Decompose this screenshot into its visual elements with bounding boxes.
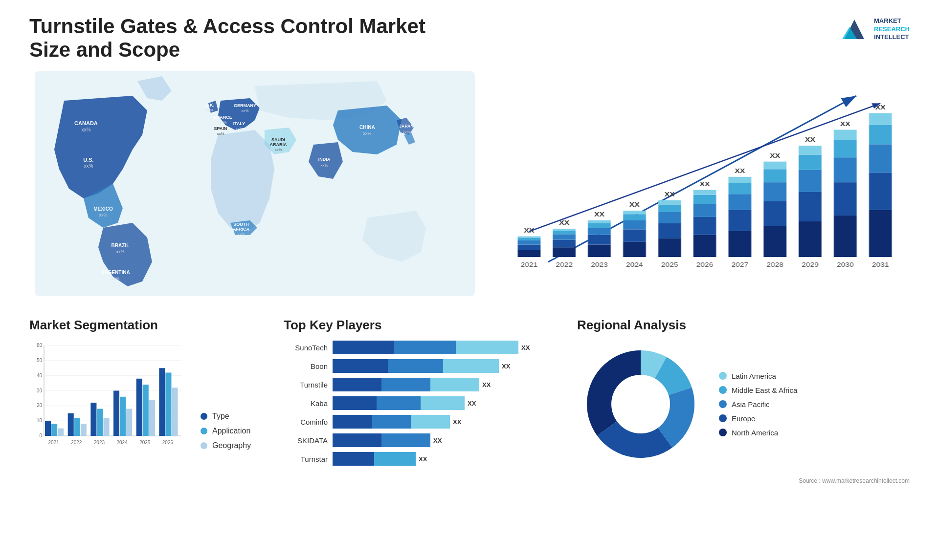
regional-legend-dot xyxy=(719,386,727,394)
svg-text:xx%: xx% xyxy=(84,163,93,169)
player-bar-track: XX xyxy=(333,452,558,466)
player-row: SunoTechXX xyxy=(284,341,558,354)
svg-text:FRANCE: FRANCE xyxy=(214,115,232,120)
svg-text:SPAIN: SPAIN xyxy=(214,126,227,131)
player-bar-value: XX xyxy=(453,418,461,426)
player-bar xyxy=(333,359,499,373)
regional-title: Regional Analysis xyxy=(577,318,910,333)
player-bar xyxy=(333,341,518,354)
players-container: Top Key Players SunoTechXXBoonXXTurnstil… xyxy=(284,318,558,466)
svg-text:xx%: xx% xyxy=(116,249,124,254)
regional-legend-item: Europe xyxy=(719,414,797,423)
legend-dot xyxy=(201,442,207,449)
logo-text: MARKET RESEARCH INTELLECT xyxy=(874,17,910,42)
segmentation-container: Market Segmentation TypeApplicationGeogr… xyxy=(29,318,264,450)
player-bar-value: XX xyxy=(433,437,442,444)
players-list: SunoTechXXBoonXXTurnstileXXKabaXXCominfo… xyxy=(284,341,558,466)
logo-line2: RESEARCH xyxy=(874,25,910,34)
regional-legend-label: Middle East & Africa xyxy=(732,386,797,394)
legend-dot xyxy=(201,428,207,434)
regional-legend-label: Europe xyxy=(732,414,755,423)
svg-text:xx%: xx% xyxy=(111,276,119,281)
logo-icon xyxy=(840,15,869,44)
player-bar xyxy=(333,415,450,429)
seg-legend: TypeApplicationGeography xyxy=(201,412,251,450)
bar-chart-canvas xyxy=(500,81,910,277)
svg-text:ARGENTINA: ARGENTINA xyxy=(101,270,130,275)
logo-area: MARKET RESEARCH INTELLECT xyxy=(840,15,910,44)
player-bar-track: XX xyxy=(333,415,558,429)
svg-text:U.K.: U.K. xyxy=(205,103,214,108)
regional-legend-dot xyxy=(719,414,727,422)
donut-chart xyxy=(577,341,704,468)
player-bar xyxy=(333,396,465,410)
player-bar xyxy=(333,433,430,447)
svg-text:xx%: xx% xyxy=(206,108,213,112)
segmentation-title: Market Segmentation xyxy=(29,318,264,333)
legend-item: Geography xyxy=(201,441,251,450)
svg-text:xx%: xx% xyxy=(237,232,245,237)
segmentation-canvas xyxy=(29,341,186,448)
svg-text:xx%: xx% xyxy=(402,130,410,134)
player-bar-track: XX xyxy=(333,359,558,373)
player-name: Kaba xyxy=(284,399,328,408)
player-bar-track: XX xyxy=(333,378,558,391)
regional-legend-item: Asia Pacific xyxy=(719,400,797,409)
svg-text:U.S.: U.S. xyxy=(83,157,93,163)
regional-legend-item: Latin America xyxy=(719,372,797,380)
legend-item: Application xyxy=(201,427,251,435)
world-map-svg: CANADA xx% U.S. xx% MEXICO xx% BRAZIL xx… xyxy=(29,71,480,296)
players-title: Top Key Players xyxy=(284,318,558,333)
regional-legend-item: North America xyxy=(719,429,797,437)
svg-text:xx%: xx% xyxy=(241,108,248,113)
regional-legend-label: Asia Pacific xyxy=(732,400,770,409)
player-bar-value: XX xyxy=(502,363,510,370)
logo-line3: INTELLECT xyxy=(874,33,910,42)
regional-container: Regional Analysis Latin AmericaMiddle Ea… xyxy=(577,318,910,484)
bar-chart-container xyxy=(500,71,910,296)
source-text: Source : www.marketresearchintellect.com xyxy=(577,477,910,484)
page-wrapper: Turnstile Gates & Access Control Market … xyxy=(0,0,939,560)
player-name: Boon xyxy=(284,362,328,370)
svg-text:xx%: xx% xyxy=(274,148,282,152)
player-row: TurnstarXX xyxy=(284,452,558,466)
svg-text:CHINA: CHINA xyxy=(359,125,375,130)
svg-text:xx%: xx% xyxy=(99,213,107,217)
player-name: SunoTech xyxy=(284,344,328,352)
map-container: CANADA xx% U.S. xx% MEXICO xx% BRAZIL xx… xyxy=(29,71,480,298)
legend-item: Type xyxy=(201,412,251,421)
legend-dot xyxy=(201,413,207,420)
regional-legend-item: Middle East & Africa xyxy=(719,386,797,394)
regional-inner: Latin AmericaMiddle East & AfricaAsia Pa… xyxy=(577,341,910,468)
svg-text:GERMANY: GERMANY xyxy=(234,103,256,108)
top-section: CANADA xx% U.S. xx% MEXICO xx% BRAZIL xx… xyxy=(29,71,910,298)
player-name: Turnstar xyxy=(284,455,328,463)
player-bar xyxy=(333,378,479,391)
player-name: Turnstile xyxy=(284,381,328,389)
svg-text:xx%: xx% xyxy=(217,131,224,136)
seg-chart-area: TypeApplicationGeography xyxy=(29,341,264,450)
player-bar-track: XX xyxy=(333,341,558,354)
svg-text:xx%: xx% xyxy=(219,120,226,125)
svg-text:AFRICA: AFRICA xyxy=(233,227,249,232)
svg-text:MEXICO: MEXICO xyxy=(93,206,113,212)
player-row: SKIDATAXX xyxy=(284,433,558,447)
bottom-section: Market Segmentation TypeApplicationGeogr… xyxy=(29,318,910,484)
svg-text:SOUTH: SOUTH xyxy=(233,222,249,227)
player-name: SKIDATA xyxy=(284,436,328,445)
svg-text:xx%: xx% xyxy=(82,127,91,132)
player-bar-track: XX xyxy=(333,433,558,447)
donut-canvas xyxy=(577,341,704,468)
legend-label: Geography xyxy=(212,441,251,450)
legend-label: Type xyxy=(212,412,229,421)
regional-legend-dot xyxy=(719,372,727,380)
player-row: KabaXX xyxy=(284,396,558,410)
svg-text:ITALY: ITALY xyxy=(233,121,246,126)
player-row: BoonXX xyxy=(284,359,558,373)
regional-legend: Latin AmericaMiddle East & AfricaAsia Pa… xyxy=(719,372,797,437)
svg-text:JAPAN: JAPAN xyxy=(399,124,414,129)
svg-text:CANADA: CANADA xyxy=(74,120,98,126)
svg-text:xx%: xx% xyxy=(320,163,328,168)
legend-label: Application xyxy=(212,427,250,435)
regional-legend-label: Latin America xyxy=(732,372,776,380)
